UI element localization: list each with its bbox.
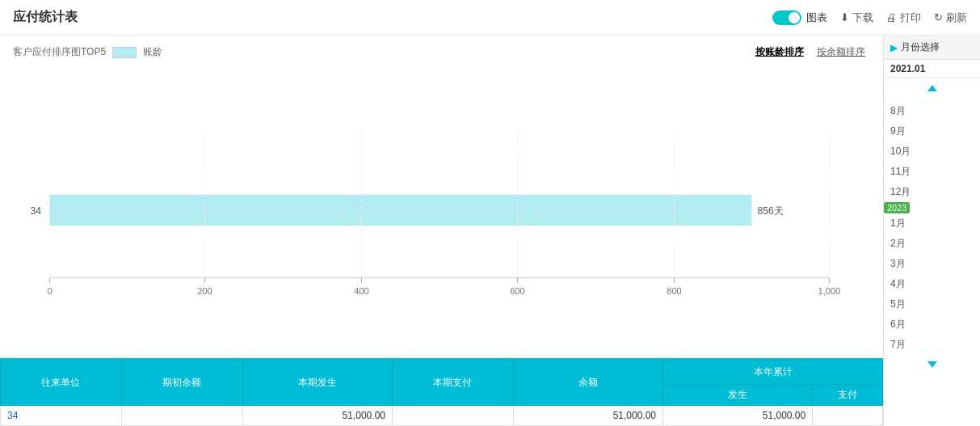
svg-text:800: 800 <box>667 286 682 296</box>
chart-header: 客户应付排序图TOP5 账龄 按账龄排序 按余额排序 <box>0 36 883 64</box>
col-unit: 往来单位 <box>1 361 122 406</box>
sort-buttons: 按账龄排序 按余额排序 <box>751 44 870 61</box>
legend-box-label: 账龄 <box>143 45 162 59</box>
print-icon: 🖨 <box>886 11 897 23</box>
right-sidebar: ▶ 月份选择 2021.01 8月 9月 10月 11月 12月 2023 1月… <box>883 36 980 426</box>
cell-ytd-occur: 51,000.00 <box>663 406 813 426</box>
svg-text:34: 34 <box>31 205 42 217</box>
sidebar-month-2[interactable]: 2月 <box>884 234 980 254</box>
col-ytd-pay: 支付 <box>813 385 883 406</box>
sidebar-nav-down[interactable] <box>884 355 980 377</box>
print-label: 打印 <box>900 11 921 25</box>
sidebar-header: ▶ 月份选择 <box>884 36 980 60</box>
col-opening: 期初余额 <box>121 361 242 406</box>
chart-toggle-wrap[interactable]: 图表 <box>772 11 827 25</box>
sidebar-month-9[interactable]: 9月 <box>884 121 980 141</box>
col-balance: 余额 <box>513 361 662 406</box>
year-tag: 2023 <box>884 202 910 213</box>
cell-current-pay <box>392 406 513 426</box>
sidebar-month-10[interactable]: 10月 <box>884 141 980 162</box>
legend-box <box>112 47 137 58</box>
download-icon: ⬇ <box>840 11 849 23</box>
header-actions: 图表 ⬇ 下载 🖨 打印 ↻ 刷新 <box>772 11 967 25</box>
refresh-label: 刷新 <box>946 11 967 25</box>
cell-opening <box>121 406 242 426</box>
svg-text:856天: 856天 <box>758 205 784 217</box>
chart-toggle-label: 图表 <box>806 11 827 25</box>
sidebar-month-1[interactable]: 1月 <box>884 213 980 234</box>
sidebar-month-7[interactable]: 7月 <box>884 335 980 355</box>
sort-by-amount-button[interactable]: 按账龄排序 <box>751 44 809 61</box>
svg-text:600: 600 <box>510 286 525 296</box>
unit-link[interactable]: 34 <box>7 410 18 421</box>
print-button[interactable]: 🖨 打印 <box>886 11 921 25</box>
svg-text:1,000: 1,000 <box>818 286 841 296</box>
page-header: 应付统计表 图表 ⬇ 下载 🖨 打印 ↻ 刷新 <box>0 0 980 36</box>
svg-text:0: 0 <box>47 286 52 296</box>
legend-text: 客户应付排序图TOP5 <box>13 45 106 59</box>
content-left: 客户应付排序图TOP5 账龄 按账龄排序 按余额排序 34 <box>0 36 883 426</box>
sidebar-month-4[interactable]: 4月 <box>884 274 980 294</box>
cell-current-occur: 51,000.00 <box>242 406 392 426</box>
refresh-button[interactable]: ↻ 刷新 <box>934 11 967 25</box>
cell-unit: 34 <box>1 406 122 426</box>
cell-balance: 51,000.00 <box>513 406 662 426</box>
sidebar-month-12[interactable]: 12月 <box>884 182 980 202</box>
col-ytd: 本年累计 <box>663 361 883 385</box>
sidebar-month-5[interactable]: 5月 <box>884 294 980 314</box>
table-container: 往来单位 期初余额 本期发生 本期支付 余额 本年累计 发生 支付 <box>0 360 883 426</box>
download-label: 下载 <box>852 11 873 25</box>
sidebar-month-6[interactable]: 6月 <box>884 314 980 335</box>
main-content: 客户应付排序图TOP5 账龄 按账龄排序 按余额排序 34 <box>0 36 980 426</box>
sidebar-expand-icon[interactable]: ▶ <box>890 42 898 53</box>
chart-toggle[interactable] <box>772 11 801 25</box>
chart-svg: 34 856天 0 200 400 <box>13 70 870 355</box>
table-section: 往来单位 期初余额 本期发生 本期支付 余额 本年累计 发生 支付 <box>0 358 883 426</box>
chart-section: 客户应付排序图TOP5 账龄 按账龄排序 按余额排序 34 <box>0 36 883 358</box>
download-button[interactable]: ⬇ 下载 <box>840 11 873 25</box>
svg-text:400: 400 <box>354 286 369 296</box>
col-current-occur: 本期发生 <box>242 361 392 406</box>
refresh-icon: ↻ <box>934 11 943 23</box>
svg-text:200: 200 <box>197 286 212 296</box>
table-row: 34 51,000.00 51,000.00 51,000.00 <box>1 406 883 426</box>
data-table: 往来单位 期初余额 本期发生 本期支付 余额 本年累计 发生 支付 <box>0 360 883 426</box>
svg-rect-1 <box>49 195 751 226</box>
sidebar-year-label: 2021.01 <box>884 60 980 78</box>
chart-legend: 客户应付排序图TOP5 账龄 <box>13 45 162 59</box>
sidebar-month-3[interactable]: 3月 <box>884 254 980 274</box>
year-marker: 2023 <box>884 202 980 213</box>
sidebar-header-label: 月份选择 <box>901 40 940 54</box>
chart-body: 34 856天 0 200 400 <box>0 64 883 358</box>
cell-ytd-pay <box>813 406 883 426</box>
col-current-pay: 本期支付 <box>392 361 513 406</box>
sidebar-nav-up[interactable] <box>884 78 980 101</box>
sort-by-balance-button[interactable]: 按余额排序 <box>812 44 870 61</box>
col-ytd-occur: 发生 <box>663 385 813 406</box>
sidebar-month-11[interactable]: 11月 <box>884 162 980 182</box>
page-title: 应付统计表 <box>13 9 78 26</box>
sidebar-month-8[interactable]: 8月 <box>884 101 980 121</box>
